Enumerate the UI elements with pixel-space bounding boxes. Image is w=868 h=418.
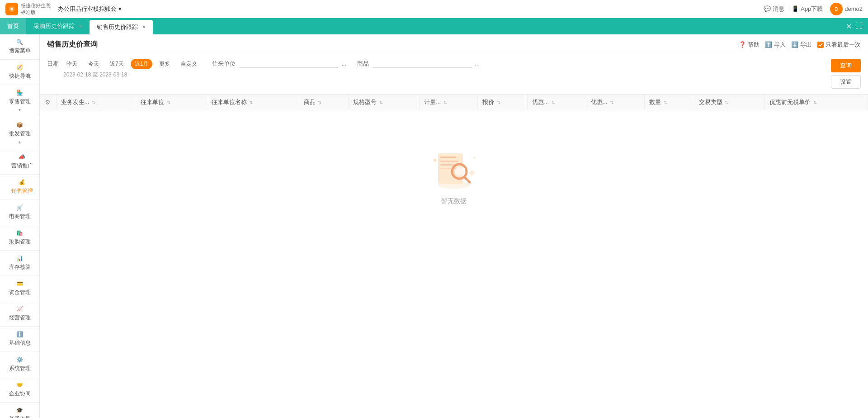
sort-arrow-unit: ⇅	[443, 100, 447, 105]
sidebar-item-marketing[interactable]: 📣 营销推广	[0, 149, 39, 175]
goods-label: 商品	[357, 59, 369, 68]
tab-close-all-btn[interactable]: ✕	[846, 22, 852, 31]
tab-home[interactable]: 首页	[0, 18, 26, 34]
col-biz-date[interactable]: 业务发生... ⇅	[56, 95, 136, 110]
empty-illustration	[427, 147, 481, 192]
settings-button[interactable]: 设置	[831, 75, 861, 89]
import-icon: ⬆️	[765, 41, 772, 48]
tab-purchase-history[interactable]: 采购历史价跟踪 ×	[26, 18, 90, 34]
col-discount1[interactable]: 优惠... ⇅	[528, 95, 586, 110]
page-title: 销售历史价查询	[47, 40, 98, 49]
sidebar-item-collab[interactable]: 🤝 企业协同	[0, 377, 39, 403]
top-bar-left: 畅捷信好生意 标准版 办公用品行业模拟账套 ▾	[5, 2, 125, 15]
purchase-icon: 🛍️	[16, 230, 23, 236]
tab-sales-history[interactable]: 销售历史价跟踪 ×	[90, 20, 153, 34]
tab-close-sales[interactable]: ×	[142, 24, 146, 30]
empty-state: 暂无数据	[40, 110, 868, 242]
col-goods[interactable]: 商品 ⇅	[299, 95, 349, 110]
col-discount2[interactable]: 优惠... ⇅	[586, 95, 644, 110]
goods-dots-btn[interactable]: ...	[475, 60, 480, 67]
download-icon: 📱	[792, 5, 799, 12]
wholesale-icon: 📦	[16, 122, 23, 128]
only-last-checkbox-label[interactable]: 只看最后一次	[817, 41, 861, 49]
content-area: 销售历史价查询 ❓ 帮助 ⬆️ 导入 ⬇️ 导出	[40, 34, 868, 418]
table-header-row: ⚙ 业务发生... ⇅ 往来单位 ⇅ 往来单位名称 ⇅	[40, 95, 868, 110]
col-qty[interactable]: 数量 ⇅	[644, 95, 694, 110]
col-trade-type[interactable]: 交易类型 ⇅	[694, 95, 765, 110]
help-icon: ❓	[739, 41, 746, 48]
sidebar-item-finance[interactable]: 💳 资金管理	[0, 276, 39, 301]
date-btn-7days[interactable]: 近7天	[106, 59, 128, 69]
col-unit[interactable]: 计量... ⇅	[420, 95, 478, 110]
table-settings-icon[interactable]: ⚙	[45, 99, 51, 106]
goods-filter-group: 商品 ...	[357, 59, 480, 68]
sidebar-item-sales[interactable]: 💰 销售管理	[0, 175, 39, 200]
col-unit-code[interactable]: 往来单位 ⇅	[136, 95, 207, 110]
sort-arrow-discount2: ⇅	[610, 100, 613, 105]
tab-close-purchase[interactable]: ×	[79, 23, 82, 29]
goods-input[interactable]	[373, 59, 472, 68]
inventory-icon: 📊	[16, 255, 23, 261]
date-btn-today[interactable]: 今天	[84, 59, 103, 69]
logo-area: 畅捷信好生意 标准版	[5, 2, 51, 15]
col-unit-name[interactable]: 往来单位名称 ⇅	[207, 95, 299, 110]
sidebar-item-inventory[interactable]: 📊 库存核算	[0, 251, 39, 276]
export-icon: ⬇️	[791, 41, 798, 48]
logo-text: 畅捷信好生意 标准版	[21, 2, 51, 15]
sidebar-item-management[interactable]: 📈 经营管理	[0, 301, 39, 327]
svg-rect-5	[440, 164, 454, 166]
col-settings[interactable]: ⚙	[40, 95, 56, 110]
ecommerce-icon: 🛒	[16, 204, 23, 211]
help-btn[interactable]: ❓ 帮助	[739, 41, 760, 49]
chevron-down-icon: ▾	[19, 107, 21, 112]
sidebar-item-search[interactable]: 🔍 搜索菜单	[0, 34, 39, 60]
logo-icon	[5, 3, 18, 15]
tab-fullscreen-btn[interactable]: ⛶	[855, 22, 863, 30]
finance-icon: 💳	[16, 280, 23, 287]
sidebar-item-quicknav[interactable]: 🧭 快捷导航	[0, 60, 39, 85]
date-btn-1month[interactable]: 近1月	[131, 59, 153, 69]
col-pretax-price[interactable]: 优惠前无税单价 ⇅	[765, 95, 868, 110]
app-download-action[interactable]: 📱 App下载	[792, 5, 823, 13]
export-btn[interactable]: ⬇️ 导出	[791, 41, 812, 49]
chevron-up-icon: ▴	[19, 139, 21, 144]
svg-point-8	[455, 167, 464, 176]
date-label: 日期	[47, 59, 59, 68]
sort-arrow-quote: ⇅	[497, 100, 500, 105]
sidebar-item-basicinfo[interactable]: ℹ️ 基础信息	[0, 327, 39, 352]
sidebar-item-purchase[interactable]: 🛍️ 采购管理	[0, 225, 39, 251]
sidebar-item-guide[interactable]: 🎓 新手引导	[0, 403, 39, 418]
col-spec[interactable]: 规格型号 ⇅	[349, 95, 420, 110]
unit-input[interactable]	[239, 59, 339, 68]
sidebar-item-ecommerce[interactable]: 🛒 电商管理	[0, 200, 39, 225]
sort-arrow-biz-date: ⇅	[92, 100, 95, 105]
sort-arrow-pretax: ⇅	[813, 100, 817, 105]
sort-arrow-unit-code: ⇅	[167, 100, 170, 105]
app-selector[interactable]: 办公用品行业模拟账套 ▾	[54, 3, 125, 15]
date-btn-custom[interactable]: 自定义	[177, 59, 201, 69]
message-action[interactable]: 💬 消息	[764, 5, 784, 13]
sort-arrow-qty: ⇅	[664, 100, 667, 105]
sort-arrow-spec: ⇅	[379, 100, 383, 105]
search-icon: 🔍	[16, 39, 23, 45]
checkbox-checked-icon	[817, 42, 824, 48]
col-quote[interactable]: 报价 ⇅	[478, 95, 528, 110]
message-icon: 💬	[764, 5, 771, 12]
query-button[interactable]: 查询	[831, 59, 861, 72]
sidebar: 🔍 搜索菜单 🧭 快捷导航 🏪 零售管理 ▾ 📦 批发管理 ▴ 📣 营销推广 💰…	[0, 34, 40, 418]
table-area: ⚙ 业务发生... ⇅ 往来单位 ⇅ 往来单位名称 ⇅	[40, 95, 868, 418]
sidebar-item-retail[interactable]: 🏪 零售管理 ▾	[0, 85, 39, 117]
sort-arrow-trade-type: ⇅	[725, 100, 728, 105]
sidebar-item-wholesale[interactable]: 📦 批发管理 ▴	[0, 117, 39, 149]
date-btn-more[interactable]: 更多	[155, 59, 174, 69]
svg-line-9	[464, 177, 470, 182]
date-btn-yesterday[interactable]: 昨天	[62, 59, 81, 69]
svg-point-11	[473, 157, 475, 159]
svg-point-10	[434, 159, 436, 162]
user-menu[interactable]: D demo2	[830, 3, 863, 15]
sidebar-item-system[interactable]: ⚙️ 系统管理	[0, 352, 39, 377]
import-btn[interactable]: ⬆️ 导入	[765, 41, 786, 49]
unit-dots-btn[interactable]: ...	[341, 60, 346, 67]
unit-label: 往来单位	[212, 59, 236, 68]
main-layout: 🔍 搜索菜单 🧭 快捷导航 🏪 零售管理 ▾ 📦 批发管理 ▴ 📣 营销推广 💰…	[0, 34, 868, 418]
